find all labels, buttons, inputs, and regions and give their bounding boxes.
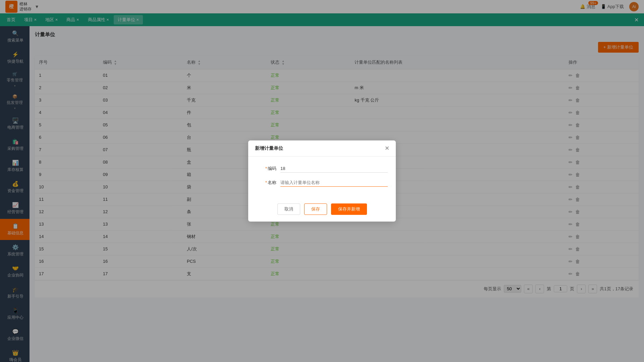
form-row-code: *编码 xyxy=(256,165,388,173)
code-label: *编码 xyxy=(256,166,276,172)
name-label: *名称 xyxy=(256,180,276,186)
dialog-close-button[interactable]: ✕ xyxy=(385,145,389,152)
name-input[interactable] xyxy=(280,179,388,187)
save-and-new-button[interactable]: 保存并新增 xyxy=(331,203,367,215)
dialog-title: 新增计量单位 xyxy=(255,145,283,152)
dialog-body: *编码 *名称 xyxy=(248,157,396,198)
save-button[interactable]: 保存 xyxy=(304,203,327,215)
dialog-header: 新增计量单位 ✕ xyxy=(248,140,396,157)
code-input[interactable] xyxy=(280,165,388,173)
dialog-footer: 取消 保存 保存并新增 xyxy=(248,198,396,222)
form-row-name: *名称 xyxy=(256,179,388,187)
cancel-button[interactable]: 取消 xyxy=(277,203,300,215)
dialog-overlay[interactable]: 新增计量单位 ✕ *编码 *名称 取消 保存 保存并新增 xyxy=(0,0,644,362)
add-measure-unit-dialog: 新增计量单位 ✕ *编码 *名称 取消 保存 保存并新增 xyxy=(248,140,396,222)
